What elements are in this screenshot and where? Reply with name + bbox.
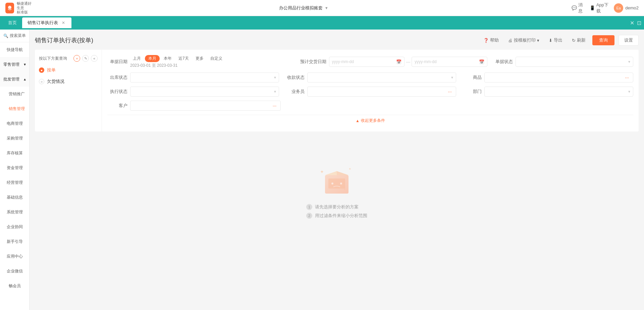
chevron-up-icon: ▲ <box>356 118 360 123</box>
sidebar-item-quick-nav[interactable]: 快捷导航 <box>0 42 29 57</box>
date-tab-custom[interactable]: 自定义 <box>208 55 225 62</box>
search-menu-button[interactable]: 🔍 搜索菜单 <box>3 33 26 39</box>
sidebar-item-basic-info[interactable]: 基础信息 <box>0 190 29 205</box>
expected-date-end[interactable]: yyyy-mm-dd 📅 <box>412 57 487 67</box>
header-center: 办公用品行业模拟账套 ▾ <box>35 5 572 11</box>
quick-nav-label: 快捷导航 <box>7 47 23 53</box>
close-window-icon[interactable]: ✕ <box>630 20 634 26</box>
system-label: 系统管理 <box>7 209 23 215</box>
sidebar-item-finance[interactable]: 资金管理 <box>0 160 29 175</box>
scheme-label: 按以下方案查询 <box>39 56 67 61</box>
sidebar-item-guide[interactable]: 新手引导 <box>0 234 29 249</box>
out-status-label: 出库状态 <box>107 74 127 81</box>
search-menu-label: 搜索菜单 <box>10 33 26 39</box>
dept-dropdown[interactable]: ▾ <box>484 87 633 97</box>
tab-close-icon[interactable]: ✕ <box>61 20 66 25</box>
date-tab-more[interactable]: 更多 <box>193 55 206 62</box>
salesman-ellipsis-icon[interactable]: ··· <box>446 89 453 94</box>
tip-2-text: 用过滤条件来缩小分析范围 <box>315 213 367 219</box>
status-label: 单据状态 <box>493 59 513 65</box>
dept-field: 部门 ▾ <box>462 87 633 97</box>
tab-sales-order[interactable]: 销售订单执行表 ✕ <box>22 17 71 28</box>
print-button[interactable]: 🖨 按模板打印 ▾ <box>505 36 542 45</box>
filter-left-header: 按以下方案查询 ＋ ✎ « <box>35 54 102 64</box>
sales-order-tab-label: 销售订单执行表 <box>28 20 58 26</box>
status-dropdown[interactable]: ▾ <box>516 57 633 67</box>
search-icon: 🔍 <box>3 34 8 38</box>
product-ellipsis-icon[interactable]: ··· <box>624 75 630 80</box>
guide-label: 新手引导 <box>7 239 23 245</box>
salesman-field: 业务员 ··· <box>284 87 456 97</box>
pay-status-dropdown[interactable]: ▾ <box>307 72 456 83</box>
sidebar-item-wholesale[interactable]: 批发管理 ▴ <box>0 72 29 87</box>
sidebar-item-operations[interactable]: 经营管理 <box>0 175 29 190</box>
pay-status-arrow: ▾ <box>451 75 453 80</box>
sidebar-item-member[interactable]: 畅会员 <box>0 278 29 293</box>
date-tab-this-year[interactable]: 本年 <box>161 55 174 62</box>
status-field: 单据状态 ▾ <box>493 57 633 67</box>
date-tab-last-month[interactable]: 上月 <box>130 55 144 62</box>
sidebar-item-wechat[interactable]: 企业微信 <box>0 264 29 278</box>
industry-dropdown-icon[interactable]: ▾ <box>325 5 328 10</box>
scheme-by-order-label: 按单 <box>47 67 56 73</box>
sidebar: 🔍 搜索菜单 快捷导航 零售管理 ▾ 批发管理 ▴ 营销推广 销售管理 电商管理… <box>0 30 30 310</box>
industry-label: 办公用品行业模拟账套 <box>279 5 323 11</box>
date-tab-7days[interactable]: 近7天 <box>176 55 192 62</box>
out-status-dropdown[interactable]: ▾ <box>130 72 279 83</box>
collapse-label: 收起更多条件 <box>361 118 385 123</box>
scheme-item-by-order[interactable]: ● 按单 <box>35 64 102 76</box>
user-name: demo2 <box>625 5 639 10</box>
customer-input[interactable]: ··· <box>130 101 281 111</box>
avatar: Ea <box>614 3 623 13</box>
message-button[interactable]: 💬 消息 <box>572 2 584 14</box>
collapse-scheme-button[interactable]: « <box>91 55 98 62</box>
page-title: 销售订单执行表(按单) <box>35 36 93 44</box>
sidebar-item-app-center[interactable]: 应用中心 <box>0 249 29 264</box>
sidebar-item-sales[interactable]: 销售管理 <box>0 101 29 116</box>
sidebar-item-ecommerce[interactable]: 电商管理 <box>0 116 29 131</box>
home-tab-label: 首页 <box>8 20 17 26</box>
svg-text:✦: ✦ <box>348 167 351 171</box>
sidebar-item-inventory[interactable]: 库存核算 <box>0 146 29 160</box>
filter-scheme-panel: 按以下方案查询 ＋ ✎ « ● 按单 ○ 欠货情况 <box>35 50 102 132</box>
top-header: 畅捷通好生意 标准版 办公用品行业模拟账套 ▾ 💬 消息 📱 App下载 Ea … <box>0 0 644 16</box>
app-download-button[interactable]: 📱 App下载 <box>590 2 609 14</box>
help-button[interactable]: ❓ 帮助 <box>481 36 501 45</box>
exec-status-dropdown[interactable]: ▾ <box>130 87 279 97</box>
export-button[interactable]: ⬇ 导出 <box>546 36 565 45</box>
query-button[interactable]: 查询 <box>592 35 614 45</box>
date-tab-this-month[interactable]: 本月 <box>145 55 160 62</box>
user-menu-button[interactable]: Ea demo2 <box>614 3 639 13</box>
sidebar-item-purchase[interactable]: 采购管理 <box>0 131 29 146</box>
date-separator: — <box>406 59 410 64</box>
expand-window-icon[interactable]: ⊡ <box>637 20 641 26</box>
enterprise-label: 企业协同 <box>7 224 23 230</box>
member-label: 畅会员 <box>9 283 21 289</box>
refresh-icon: ↻ <box>572 38 576 43</box>
tab-bar-right: ✕ ⊡ <box>630 20 641 26</box>
collapse-bar[interactable]: ▲ 收起更多条件 <box>107 115 633 126</box>
sidebar-item-retail[interactable]: 零售管理 ▾ <box>0 57 29 72</box>
refresh-button[interactable]: ↻ 刷新 <box>569 36 588 45</box>
add-scheme-button[interactable]: ＋ <box>73 55 80 62</box>
calendar-end-icon: 📅 <box>479 59 484 64</box>
header-right: 💬 消息 📱 App下载 Ea demo2 <box>572 2 639 14</box>
tab-home[interactable]: 首页 <box>3 17 22 28</box>
edit-scheme-button[interactable]: ✎ <box>82 55 89 62</box>
scheme-item-shortage[interactable]: ○ 欠货情况 <box>35 76 102 87</box>
out-status-arrow: ▾ <box>274 75 276 80</box>
salesman-input[interactable]: ··· <box>307 87 456 97</box>
customer-ellipsis-icon[interactable]: ··· <box>271 103 278 108</box>
sidebar-item-system[interactable]: 系统管理 <box>0 205 29 219</box>
sidebar-item-enterprise[interactable]: 企业协同 <box>0 219 29 234</box>
product-label: 商品 <box>462 74 482 81</box>
empty-tip-1: 1 请先选择要分析的方案 <box>306 204 367 210</box>
sidebar-item-marketing[interactable]: 营销推广 <box>0 87 29 101</box>
page-title-bar: 销售订单执行表(按单) ❓ 帮助 🖨 按模板打印 ▾ ⬇ 导出 ↻ 刷新 <box>35 35 639 46</box>
tip-num-2: 2 <box>306 213 312 219</box>
empty-tip-2: 2 用过滤条件来缩小分析范围 <box>306 213 367 219</box>
retail-arrow-icon: ▾ <box>24 62 26 67</box>
settings-button[interactable]: 设置 <box>619 35 639 46</box>
product-input[interactable]: ··· <box>484 72 633 83</box>
expected-date-start[interactable]: yyyy-mm-dd 📅 <box>329 57 405 67</box>
